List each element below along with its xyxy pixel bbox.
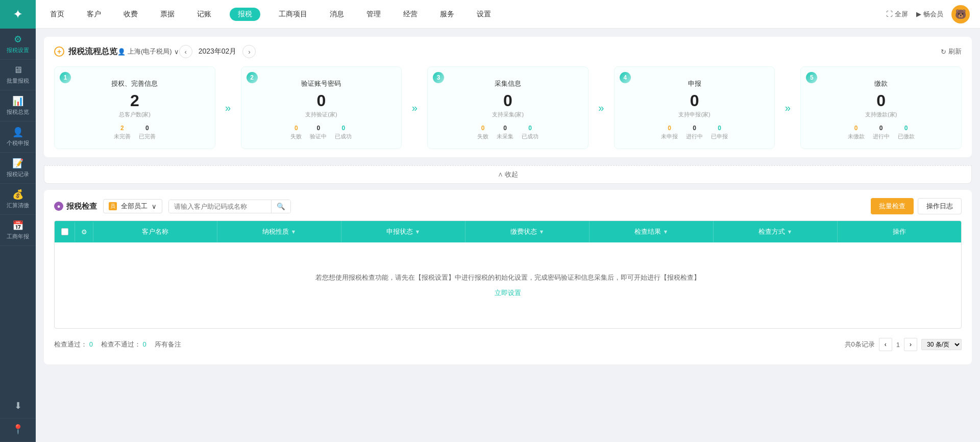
month-prev-btn[interactable]: ‹ (179, 45, 192, 58)
topnav-item-operations[interactable]: 经营 (399, 8, 422, 21)
topnav-item-messages[interactable]: 消息 (326, 8, 348, 21)
check-fail-count[interactable]: 0 (142, 340, 146, 348)
th-check-result-filter[interactable]: ▼ (663, 229, 669, 235)
table-header: ⚙ 客户名称 纳税性质 ▼ 申报状态 ▼ 缴费状态 ▼ (55, 221, 961, 242)
th-operation-text: 操作 (893, 227, 906, 236)
collapse-bar[interactable]: ∧ 收起 (44, 165, 972, 184)
step-3-stat-2-value: 0 (528, 125, 532, 132)
step-5-stat-0-value: 0 (854, 125, 858, 132)
step-5-stat-2-label: 已缴款 (898, 133, 915, 140)
step-1-stat-1-value: 0 (145, 125, 149, 132)
step-4-stat-2-label: 已申报 (711, 133, 728, 140)
employee-icon: 员 (109, 202, 117, 210)
sidebar-item-personal-tax[interactable]: 👤 个税申报 (0, 121, 36, 153)
sidebar-item-annual-report[interactable]: 📅 工商年报 (0, 215, 36, 246)
operation-log-button[interactable]: 操作日志 (918, 198, 962, 214)
collapse-label: 收起 (505, 170, 518, 178)
footer-right: 共0条记录 ‹ 1 › 30 条/页 (845, 338, 962, 351)
step-5-stat-1: 0 进行中 (873, 125, 890, 140)
step-5-desc: 支持缴款(家) (807, 111, 955, 118)
th-check-method-filter[interactable]: ▼ (787, 229, 793, 235)
step-2-stat-0: 0 失败 (290, 125, 302, 140)
location-tag[interactable]: 👤 上海(电子税局) ∨ (117, 47, 179, 56)
fullscreen-btn[interactable]: ⛶ 全屏 (886, 10, 908, 19)
batch-check-button[interactable]: 批量检查 (871, 198, 914, 214)
topnav-item-business[interactable]: 工商项目 (275, 8, 311, 21)
month-next-btn[interactable]: › (242, 45, 256, 58)
arrow-icon-2: » (412, 102, 418, 114)
app-logo[interactable]: ✦ (0, 0, 36, 29)
step-5-count: 0 (807, 92, 955, 109)
month-display: 2023年02月 (199, 47, 237, 56)
topnav-item-accounting[interactable]: 记账 (193, 8, 215, 21)
step-5-stats: 0 未缴款 0 进行中 0 已缴款 (807, 125, 955, 140)
check-pass-count[interactable]: 0 (89, 340, 93, 348)
check-fail-label: 检查不通过： 0 (101, 340, 146, 349)
page-size-select[interactable]: 30 条/页 (921, 339, 962, 350)
search-icon: 🔍 (277, 203, 285, 210)
th-client-name: 客户名称 (93, 221, 217, 242)
topnav-item-services[interactable]: 服务 (436, 8, 458, 21)
header-checkbox[interactable] (61, 228, 68, 235)
tax-record-icon: 📝 (12, 158, 23, 169)
table-footer: 检查通过： 0 检查不通过： 0 㕂有备注 共0条记录 ‹ 1 › 30 条/页 (54, 333, 962, 356)
refresh-btn[interactable]: ↻ 刷新 (941, 47, 962, 56)
topnav-item-clients[interactable]: 客户 (83, 8, 105, 21)
step-1-desc: 总客户数(家) (61, 111, 209, 118)
search-input[interactable] (169, 200, 271, 213)
step-3-stat-0-value: 0 (481, 125, 485, 132)
topnav: 首页 客户 收费 票据 记账 报税 工商项目 消息 管理 经营 服务 设置 ⛶ … (36, 0, 980, 29)
arrow-icon-3: » (598, 102, 604, 114)
page-first-btn[interactable]: ‹ (879, 338, 892, 351)
step-1-stat-1-label: 已完善 (139, 133, 156, 140)
step-2-stat-0-value: 0 (295, 125, 298, 132)
topnav-item-fees[interactable]: 收费 (119, 8, 142, 21)
th-gear[interactable]: ⚙ (75, 222, 93, 242)
has-note-label: 㕂有备注 (155, 340, 181, 349)
refresh-icon: ↻ (941, 48, 946, 56)
topnav-item-invoices[interactable]: 票据 (156, 8, 179, 21)
th-pay-filter[interactable]: ▼ (539, 229, 545, 235)
sidebar-item-label: 批量报税 (7, 77, 29, 85)
step-3-stat-0: 0 失败 (477, 125, 488, 140)
footer-left: 检查通过： 0 检查不通过： 0 㕂有备注 (54, 340, 181, 349)
sidebar-item-label: 报税总览 (7, 108, 29, 116)
topnav-item-settings[interactable]: 设置 (473, 8, 495, 21)
step-5-stat-1-label: 进行中 (873, 133, 890, 140)
sidebar-item-download[interactable]: ⬇ (0, 395, 36, 419)
th-checkbox[interactable] (55, 222, 75, 241)
th-declare-filter[interactable]: ▼ (415, 229, 421, 235)
step-1-stat-0-value: 2 (120, 125, 124, 132)
setup-link[interactable]: 立即设置 (65, 288, 951, 298)
sidebar-item-batch-tax[interactable]: 🖥 批量报税 (0, 60, 36, 90)
collapse-icon: ∧ (498, 170, 503, 178)
th-tax-nature-filter[interactable]: ▼ (291, 229, 297, 235)
step-3-stat-1-value: 0 (503, 125, 507, 132)
summary-card: + 报税流程总览 👤 上海(电子税局) ∨ ‹ 2023年02月 › ↻ 刷新 (44, 37, 972, 157)
sidebar-item-tax-settings[interactable]: ⚙ 报税设置 (0, 29, 36, 60)
fullscreen-label: 全屏 (895, 10, 908, 19)
gear-icon: ⚙ (81, 228, 87, 236)
member-btn[interactable]: ▶ 畅会员 (916, 10, 943, 19)
sidebar-item-location[interactable]: 📍 (0, 419, 36, 442)
check-fail-text: 检查不通过： (101, 340, 141, 348)
sidebar-item-tax-overview[interactable]: 📊 报税总览 (0, 90, 36, 121)
search-button[interactable]: 🔍 (271, 200, 290, 213)
th-pay-status-text: 缴费状态 (510, 227, 537, 236)
sidebar-item-tax-record[interactable]: 📝 报税记录 (0, 153, 36, 184)
step-1-name: 授权、完善信息 (61, 79, 209, 88)
location-chevron: ∨ (174, 48, 179, 56)
topnav-item-tax[interactable]: 报税 (230, 8, 260, 21)
step-1-stat-0-label: 未完善 (114, 133, 131, 140)
arrow-2: » (402, 66, 427, 149)
member-label: 畅会员 (923, 10, 943, 19)
topnav-item-home[interactable]: 首页 (46, 8, 68, 21)
topnav-item-management[interactable]: 管理 (362, 8, 385, 21)
avatar[interactable]: 🐻 (951, 5, 970, 23)
arrow-4: » (775, 66, 800, 149)
page-next-btn[interactable]: › (904, 338, 917, 351)
sidebar-item-settlement[interactable]: 💰 汇算清缴 (0, 184, 36, 215)
employee-filter[interactable]: 员 全部员工 ∨ (103, 199, 162, 213)
step-1-num: 1 (60, 72, 71, 83)
check-title-icon: ● (54, 202, 63, 211)
